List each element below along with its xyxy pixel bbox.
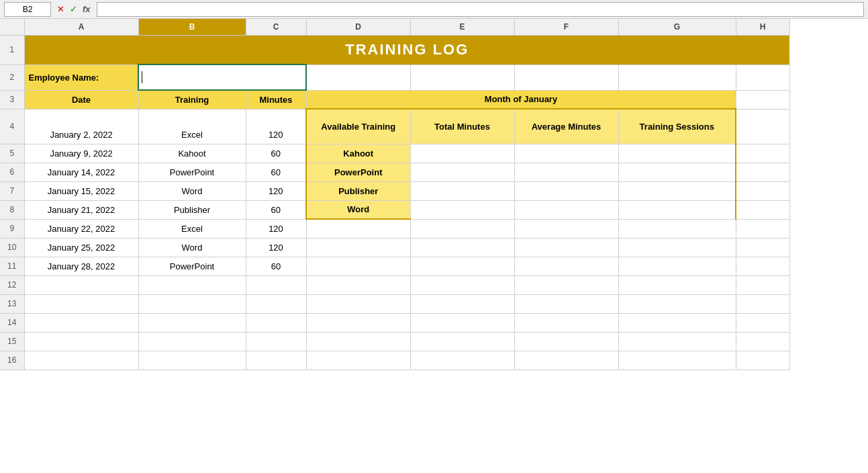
cell-f11[interactable] xyxy=(514,257,618,275)
cell-f12[interactable] xyxy=(514,275,618,294)
cell-e16[interactable] xyxy=(410,351,514,370)
cell-g12[interactable] xyxy=(618,275,736,294)
cell-g13[interactable] xyxy=(618,294,736,313)
cell-c11[interactable]: 60 xyxy=(246,257,306,275)
col-header-f[interactable]: F xyxy=(514,19,618,35)
cell-g15[interactable] xyxy=(618,332,736,351)
cell-h5[interactable] xyxy=(736,144,789,163)
cell-c4[interactable]: 120 xyxy=(246,109,306,144)
cell-b13[interactable] xyxy=(138,294,246,313)
cell-h4[interactable] xyxy=(736,109,789,144)
cell-f8[interactable] xyxy=(514,200,618,219)
cell-a15[interactable] xyxy=(24,332,138,351)
cell-b5[interactable]: Kahoot xyxy=(138,144,246,163)
cell-h13[interactable] xyxy=(736,294,789,313)
cell-b11[interactable]: PowerPoint xyxy=(138,257,246,275)
cell-d11[interactable] xyxy=(306,257,410,275)
col-header-g[interactable]: G xyxy=(618,19,736,35)
cell-a8[interactable]: January 21, 2022 xyxy=(24,200,138,219)
cell-b4[interactable]: Excel xyxy=(138,109,246,144)
cell-h12[interactable] xyxy=(736,275,789,294)
cell-a13[interactable] xyxy=(24,294,138,313)
cell-b15[interactable] xyxy=(138,332,246,351)
sub-header-average-minutes[interactable]: Average Minutes xyxy=(514,109,618,144)
header-minutes[interactable]: Minutes xyxy=(246,90,306,109)
cell-e9[interactable] xyxy=(410,219,514,238)
cell-b6[interactable]: PowerPoint xyxy=(138,163,246,181)
col-header-b[interactable]: B xyxy=(138,19,246,35)
cell-b8[interactable]: Publisher xyxy=(138,200,246,219)
col-header-c[interactable]: C xyxy=(246,19,306,35)
cell-a6[interactable]: January 14, 2022 xyxy=(24,163,138,181)
cell-h10[interactable] xyxy=(736,238,789,257)
cell-a12[interactable] xyxy=(24,275,138,294)
confirm-formula-icon[interactable]: ✓ xyxy=(68,4,79,14)
sub-header-training-sessions[interactable]: Training Sessions xyxy=(618,109,736,144)
formula-input[interactable] xyxy=(97,2,864,17)
cell-f2[interactable] xyxy=(514,64,618,90)
insert-function-icon[interactable]: fx xyxy=(81,4,93,14)
cell-e11[interactable] xyxy=(410,257,514,275)
cell-f15[interactable] xyxy=(514,332,618,351)
cell-c15[interactable] xyxy=(246,332,306,351)
cell-g9[interactable] xyxy=(618,219,736,238)
cell-e5[interactable] xyxy=(410,144,514,163)
avail-training-7[interactable]: Publisher xyxy=(306,181,410,200)
cell-g16[interactable] xyxy=(618,351,736,370)
cell-a10[interactable]: January 25, 2022 xyxy=(24,238,138,257)
cell-f5[interactable] xyxy=(514,144,618,163)
cell-a16[interactable] xyxy=(24,351,138,370)
cell-h16[interactable] xyxy=(736,351,789,370)
cell-c9[interactable]: 120 xyxy=(246,219,306,238)
avail-training-6[interactable]: PowerPoint xyxy=(306,163,410,181)
cell-f6[interactable] xyxy=(514,163,618,181)
cell-e13[interactable] xyxy=(410,294,514,313)
avail-training-8[interactable]: Word xyxy=(306,200,410,219)
cell-d16[interactable] xyxy=(306,351,410,370)
cell-c16[interactable] xyxy=(246,351,306,370)
cell-e12[interactable] xyxy=(410,275,514,294)
cell-f9[interactable] xyxy=(514,219,618,238)
cancel-formula-icon[interactable]: ✕ xyxy=(55,4,66,14)
cell-f7[interactable] xyxy=(514,181,618,200)
cell-d15[interactable] xyxy=(306,332,410,351)
cell-f13[interactable] xyxy=(514,294,618,313)
cell-f10[interactable] xyxy=(514,238,618,257)
col-header-h[interactable]: H xyxy=(736,19,789,35)
cell-f16[interactable] xyxy=(514,351,618,370)
cell-b7[interactable]: Word xyxy=(138,181,246,200)
cell-h11[interactable] xyxy=(736,257,789,275)
sub-header-total-minutes[interactable]: Total Minutes xyxy=(410,109,514,144)
cell-h7[interactable] xyxy=(736,181,789,200)
col-header-d[interactable]: D xyxy=(306,19,410,35)
cell-b9[interactable]: Excel xyxy=(138,219,246,238)
cell-c5[interactable]: 60 xyxy=(246,144,306,163)
cell-a7[interactable]: January 15, 2022 xyxy=(24,181,138,200)
cell-e6[interactable] xyxy=(410,163,514,181)
cell-e2[interactable] xyxy=(410,64,514,90)
cell-g2[interactable] xyxy=(618,64,736,90)
cell-b14[interactable] xyxy=(138,313,246,332)
cell-h3[interactable] xyxy=(736,90,789,109)
avail-training-5[interactable]: Kahoot xyxy=(306,144,410,163)
cell-e15[interactable] xyxy=(410,332,514,351)
cell-c10[interactable]: 120 xyxy=(246,238,306,257)
employee-name-input[interactable] xyxy=(138,64,306,90)
cell-h2[interactable] xyxy=(736,64,789,90)
cell-e7[interactable] xyxy=(410,181,514,200)
col-header-a[interactable]: A xyxy=(24,19,138,35)
cell-c7[interactable]: 120 xyxy=(246,181,306,200)
cell-g7[interactable] xyxy=(618,181,736,200)
header-training[interactable]: Training xyxy=(138,90,246,109)
cell-c6[interactable]: 60 xyxy=(246,163,306,181)
cell-g5[interactable] xyxy=(618,144,736,163)
cell-d13[interactable] xyxy=(306,294,410,313)
cell-c12[interactable] xyxy=(246,275,306,294)
cell-d9[interactable] xyxy=(306,219,410,238)
cell-f14[interactable] xyxy=(514,313,618,332)
cell-a4[interactable]: January 2, 2022 xyxy=(24,109,138,144)
cell-g10[interactable] xyxy=(618,238,736,257)
header-month[interactable]: Month of January xyxy=(306,90,736,109)
cell-a14[interactable] xyxy=(24,313,138,332)
cell-g6[interactable] xyxy=(618,163,736,181)
